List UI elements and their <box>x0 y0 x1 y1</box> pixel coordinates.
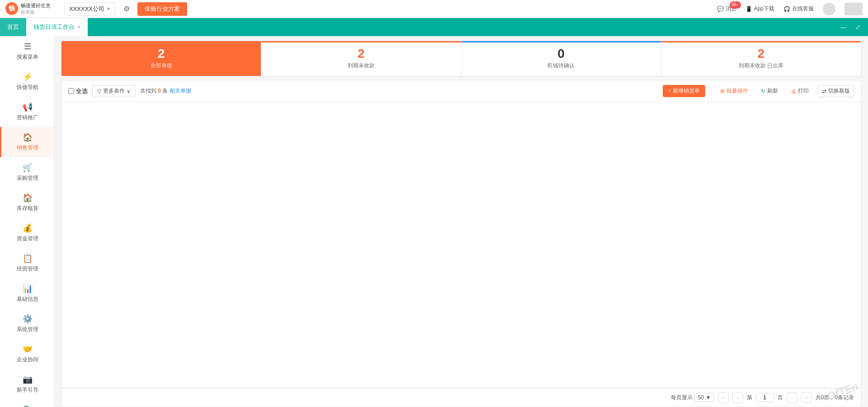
batch-icon: ⊞ <box>720 88 725 94</box>
total-records: 共0页，0条记录 <box>816 394 854 402</box>
app-center-icon: 🛍️ <box>23 405 33 407</box>
logo-icon: 畅 <box>5 2 18 15</box>
maximize-icon[interactable]: ⤢ <box>853 22 863 33</box>
messages-badge: 99+ <box>730 1 741 9</box>
more-filters-button[interactable]: ▽ 更多条件 ∨ <box>92 85 136 97</box>
app-download-button[interactable]: 📱 App下载 <box>745 5 774 13</box>
card-indicator-all <box>61 41 261 42</box>
sidebar-item-operations[interactable]: 📋 经营管理 <box>0 248 54 278</box>
operations-icon: 📋 <box>23 253 33 263</box>
sidebar-item-marketing[interactable]: 📢 营销推广 <box>0 97 54 127</box>
card-all[interactable]: 2 全部单据 <box>61 41 261 76</box>
last-page-button[interactable]: » <box>801 392 812 403</box>
sales-icon: 🏠 <box>23 132 33 142</box>
card-indicator-wangpu <box>462 41 661 42</box>
refresh-button[interactable]: ↻ 刷新 <box>757 85 782 97</box>
page-input[interactable] <box>756 393 774 402</box>
sidebar-item-app-center[interactable]: 🛍️ 应用中心 <box>0 399 54 407</box>
batch-operation-button[interactable]: ⊞ 批量操作 <box>717 85 752 97</box>
next-page-button[interactable]: › <box>787 392 797 403</box>
user-menu[interactable] <box>844 3 863 15</box>
top-right: 💬 消息 99+ 📱 App下载 🎧 在线客服 <box>717 3 863 15</box>
refresh-icon: ↻ <box>761 88 765 94</box>
basic-info-icon: 📊 <box>23 284 33 294</box>
online-service-button[interactable]: 🎧 在线客服 <box>783 5 814 13</box>
content-area: 2 全部单据 2 到期未收款 0 旺铺待确认 2 到期未收款 已出库 <box>54 36 868 407</box>
chevron-down-icon: ▼ <box>706 394 711 401</box>
sidebar-item-search[interactable]: ☰ 搜索菜单 <box>0 36 54 66</box>
minimize-icon[interactable]: — <box>838 22 849 33</box>
summary-cards: 2 全部单据 2 到期未收款 0 旺铺待确认 2 到期未收款 已出库 <box>61 41 861 76</box>
purchase-icon: 🛒 <box>23 163 33 173</box>
toolbar-left: 全选 ▽ 更多条件 ∨ 共找到 0 条 相关单据 <box>68 85 191 97</box>
card-overdue[interactable]: 2 到期未收款 <box>261 41 461 76</box>
settings-button[interactable]: ⚙ <box>120 3 133 15</box>
page-size-dropdown[interactable]: 50 ▼ <box>694 393 714 402</box>
switch-version-button[interactable]: ⇄ 切换新版 <box>818 85 854 97</box>
sidebar-item-sales[interactable]: 🏠 销售管理 <box>0 127 54 157</box>
nav-tabs: 首页 钱货日清工作台 × — ⤢ <box>0 18 868 36</box>
card-shipped[interactable]: 2 到期未收款 已出库 <box>661 41 861 76</box>
divider <box>711 88 711 95</box>
sidebar-item-quick-nav[interactable]: ⚡ 快捷导航 <box>0 66 54 97</box>
toolbar: 全选 ▽ 更多条件 ∨ 共找到 0 条 相关单据 + 新增销货单 ⊞ <box>61 80 861 102</box>
chevron-down-icon: ∨ <box>127 88 131 94</box>
tab-workbench[interactable]: 钱货日清工作台 × <box>26 18 88 36</box>
main-layout: ☰ 搜索菜单 ⚡ 快捷导航 📢 营销推广 🏠 销售管理 🛒 采购管理 🏠 库存核… <box>0 36 868 407</box>
card-label-wangpu: 旺铺待确认 <box>547 62 575 70</box>
avatar[interactable] <box>823 3 835 15</box>
switch-icon: ⇄ <box>822 88 826 94</box>
pagination: 每页显示 50 ▼ « ‹ 第 页 › » 共0页，0条记录 <box>61 388 861 407</box>
messages-button[interactable]: 💬 消息 99+ <box>717 5 736 13</box>
message-icon: 💬 <box>717 6 724 12</box>
card-num-overdue: 2 <box>358 47 365 60</box>
guide-icon: 📷 <box>23 374 33 384</box>
card-label-overdue: 到期未收款 <box>348 62 375 70</box>
quick-nav-icon: ⚡ <box>23 72 33 82</box>
search-menu-icon: ☰ <box>24 42 31 51</box>
sidebar-item-purchase[interactable]: 🛒 采购管理 <box>0 157 54 187</box>
close-tab-icon[interactable]: × <box>77 24 80 30</box>
sidebar: ☰ 搜索菜单 ⚡ 快捷导航 📢 营销推广 🏠 销售管理 🛒 采购管理 🏠 库存核… <box>0 36 54 407</box>
card-num-all: 2 <box>158 47 165 60</box>
sidebar-item-finance[interactable]: 💰 资金管理 <box>0 218 54 248</box>
top-bar: 畅 畅捷通好生意 标准版 XXXXXX公司 ▼ ⚙ 体验行业方案 💬 消息 99… <box>0 0 868 18</box>
inventory-icon: 🏠 <box>23 193 33 203</box>
first-page-button[interactable]: « <box>718 392 729 403</box>
select-all-input[interactable] <box>68 88 74 94</box>
card-num-shipped: 2 <box>758 47 765 60</box>
card-num-wangpu: 0 <box>557 47 565 60</box>
card-label-shipped: 到期未收款 已出库 <box>739 62 783 70</box>
chevron-down-icon: ▼ <box>106 6 111 11</box>
print-button[interactable]: 🖨 打印 <box>787 85 812 97</box>
sidebar-item-inventory[interactable]: 🏠 库存核算 <box>0 187 54 218</box>
logo-area: 畅 畅捷通好生意 标准版 <box>5 2 60 15</box>
related-orders-link[interactable]: 相关单据 <box>170 88 191 94</box>
sidebar-item-system[interactable]: ⚙️ 系统管理 <box>0 309 54 339</box>
logo-sub: 标准版 <box>21 9 51 15</box>
table-area <box>61 102 861 388</box>
download-icon: 📱 <box>745 6 752 12</box>
card-wangpu[interactable]: 0 旺铺待确认 <box>462 41 661 76</box>
logo-text: 畅捷通好生意 <box>21 2 51 9</box>
card-indicator-shipped <box>661 41 861 42</box>
empty-area <box>61 102 861 388</box>
sidebar-item-guide[interactable]: 📷 新手引导 <box>0 369 54 399</box>
add-sales-order-button[interactable]: + 新增销货单 <box>663 85 705 97</box>
found-text: 共找到 0 条 相关单据 <box>140 87 191 95</box>
trial-button[interactable]: 体验行业方案 <box>137 2 187 16</box>
company-selector[interactable]: XXXXXX公司 ▼ <box>64 3 116 15</box>
select-all-checkbox[interactable]: 全选 <box>68 87 88 95</box>
card-label-all: 全部单据 <box>151 62 172 70</box>
toolbar-right: + 新增销货单 ⊞ 批量操作 ↻ 刷新 🖨 打印 ⇄ 切换新版 <box>663 85 854 97</box>
tab-home[interactable]: 首页 <box>0 18 26 36</box>
page-size-select: 每页显示 50 ▼ <box>671 393 714 402</box>
cooperation-icon: 🤝 <box>23 344 33 354</box>
prev-page-button[interactable]: ‹ <box>732 392 743 403</box>
sidebar-item-cooperation[interactable]: 🤝 企业协同 <box>0 339 54 369</box>
marketing-icon: 📢 <box>23 102 33 112</box>
card-indicator-overdue <box>261 41 461 42</box>
system-icon: ⚙️ <box>23 314 33 324</box>
filter-icon: ▽ <box>97 88 101 94</box>
sidebar-item-basic-info[interactable]: 📊 基础信息 <box>0 278 54 309</box>
